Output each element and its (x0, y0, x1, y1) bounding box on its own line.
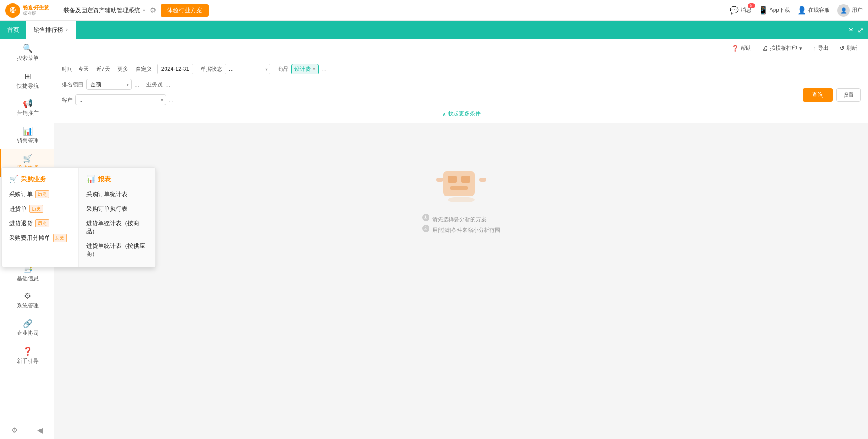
customer-label: 客户 (62, 96, 73, 104)
help-btn[interactable]: ❓ 帮助 (728, 43, 755, 54)
marketing-icon: 📢 (23, 99, 33, 109)
stock-in-stat-supplier-label: 进货单统计表（按供应商） (86, 242, 148, 258)
logo-icon: ⑥ (5, 3, 20, 18)
filter-row-3: 客户 ... ▾ ... (62, 94, 861, 105)
rank-select-wrapper: 金额 ▾ (86, 79, 132, 90)
dropdown-item-stock-in-stat-supplier[interactable]: 进货单统计表（按供应商） (79, 239, 156, 261)
app-download-label: App下载 (770, 6, 790, 14)
goods-label: 商品 (278, 65, 288, 73)
dropdown-item-stock-in[interactable]: 进货单 历史 (2, 202, 78, 216)
report-col-icon: 📊 (86, 175, 95, 183)
filter-row-1: 时间 今天 近7天 更多 自定义 2024-12-31 单据状态 (62, 64, 861, 74)
query-btn[interactable]: 查询 (803, 88, 833, 102)
guide-icon: ❓ (23, 346, 33, 356)
refresh-icon: ↺ (839, 45, 844, 52)
customer-group: 客户 ... ▾ ... (62, 94, 174, 105)
expand-window-icon[interactable]: ⤢ (858, 26, 863, 35)
empty-tip-2: 用[过滤]条件来缩小分析范围 (432, 225, 501, 236)
sidebar-item-purchase[interactable]: 🛒 采购管理 🛒 采购业务 采购订单 历史 进货单 历史 (0, 149, 54, 177)
sidebar-item-quick-nav[interactable]: ⊞ 快捷导航 (0, 67, 54, 94)
collapse-btn[interactable]: ∧ 收起更多条件 (442, 110, 481, 118)
system-title-text: 装备及固定资产辅助管理系统 (63, 6, 140, 15)
time-label: 时间 (62, 65, 73, 73)
online-service-btn[interactable]: 👤 在线客服 (797, 6, 830, 15)
dropdown-item-purchase-order-exec[interactable]: 采购订单执行表 (79, 202, 156, 216)
date-range-value: 2024-12-31 (161, 66, 189, 72)
goods-filter-group: 商品 设计费 × ... (278, 64, 327, 74)
edition-label: 标准版 (23, 10, 49, 16)
refresh-btn[interactable]: ↺ 刷新 (836, 43, 861, 54)
date-range-input[interactable]: 2024-12-31 (157, 64, 193, 74)
export-btn[interactable]: ↑ 导出 (809, 43, 833, 54)
report-col: 📊 报表 采购订单统计表 采购订单执行表 进货单统计表（按商品） 进货单统计表（… (79, 168, 156, 267)
sidebar-item-marketing[interactable]: 📢 营销推广 (0, 94, 54, 122)
customer-select[interactable]: ... (75, 94, 166, 105)
tab-bar-actions: × ⤢ (849, 26, 868, 35)
dropdown-item-purchase-order-stat[interactable]: 采购订单统计表 (79, 187, 156, 202)
system-dropdown-arrow[interactable]: ▾ (143, 8, 145, 13)
dropdown-item-stock-in-stat-goods[interactable]: 进货单统计表（按商品） (79, 216, 156, 239)
main-layout: 🔍 搜索菜单 ⊞ 快捷导航 📢 营销推广 📊 销售管理 🛒 采购管理 🛒 采购业… (0, 39, 868, 439)
shortcut-7days[interactable]: 近7天 (93, 64, 113, 74)
rank-label: 排名项目 (62, 81, 83, 89)
gear-icon[interactable]: ⚙ (150, 6, 156, 15)
step-2-num: ② (422, 225, 429, 232)
online-service-label: 在线客服 (808, 6, 830, 14)
toolbar: ❓ 帮助 🖨 按模板打印 ▾ ↑ 导出 ↺ 刷新 (54, 39, 868, 58)
tab-sales-rank[interactable]: 销售排行榜 × (26, 21, 76, 39)
dropdown-item-purchase-order[interactable]: 采购订单 历史 (2, 187, 78, 202)
collapse-row: ∧ 收起更多条件 (62, 110, 861, 118)
shortcut-today[interactable]: 今天 (75, 64, 92, 74)
report-col-header: 📊 报表 (79, 173, 156, 187)
help-label: 帮助 (741, 44, 751, 52)
svg-rect-2 (461, 176, 470, 183)
filter-panel: 时间 今天 近7天 更多 自定义 2024-12-31 单据状态 (54, 58, 868, 123)
user-menu[interactable]: 👤 用户 (837, 4, 863, 17)
header-right: 💬 消息 5 📱 App下载 👤 在线客服 👤 用户 (730, 4, 863, 17)
industry-btn[interactable]: 体验行业方案 (161, 4, 209, 17)
purchase-order-exec-label: 采购订单执行表 (86, 205, 127, 213)
shortcut-more[interactable]: 更多 (115, 64, 131, 74)
tab-home[interactable]: 首页 (0, 21, 26, 39)
goods-dots[interactable]: ... (322, 66, 327, 73)
tab-bar: 首页 销售排行榜 × × ⤢ (0, 21, 868, 39)
print-btn[interactable]: 🖨 按模板打印 ▾ (759, 43, 806, 54)
sidebar-item-search[interactable]: 🔍 搜索菜单 (0, 39, 54, 67)
sidebar-item-sales[interactable]: 📊 销售管理 (0, 122, 54, 149)
brand-name: 畅通·好生意 (23, 4, 49, 10)
sidebar-item-guide[interactable]: ❓ 新手引导 (0, 342, 54, 370)
print-dropdown-arrow[interactable]: ▾ (799, 45, 802, 52)
system-title: 装备及固定资产辅助管理系统 ▾ ⚙ (63, 6, 156, 15)
collapse-arrow-icon: ∧ (442, 111, 446, 117)
rank-select[interactable]: 金额 (86, 79, 132, 90)
headset-icon: 👤 (797, 6, 806, 15)
close-tab-icon[interactable]: × (66, 27, 69, 33)
user-label: 用户 (852, 6, 863, 14)
shortcut-custom[interactable]: 自定义 (133, 64, 155, 74)
doc-status-select[interactable]: ... (225, 64, 270, 74)
salesperson-group: 业务员 ... (146, 81, 171, 89)
sidebar-item-enterprise[interactable]: 🔗 企业协同 (0, 314, 54, 342)
sidebar-item-system[interactable]: ⚙ 系统管理 (0, 286, 54, 314)
app-download-btn[interactable]: 📱 App下载 (759, 6, 790, 15)
phone-icon: 📱 (759, 6, 768, 15)
message-btn[interactable]: 💬 消息 5 (730, 6, 751, 15)
purchase-order-stat-label: 采购订单统计表 (86, 190, 127, 198)
purchase-icon: 🛒 (23, 153, 33, 163)
empty-step-2: ② 用[过滤]条件来缩小分析范围 (422, 225, 501, 236)
rank-dots[interactable]: ... (134, 81, 139, 88)
settings-btn[interactable]: 设置 (836, 88, 861, 102)
step-1-num: ① (422, 214, 429, 221)
close-window-icon[interactable]: × (849, 26, 853, 34)
dropdown-item-purchase-expense[interactable]: 采购费用分摊单 历史 (2, 231, 78, 245)
collapse-sidebar-icon[interactable]: ◀ (37, 426, 43, 434)
refresh-label: 刷新 (846, 44, 857, 52)
salesperson-dots[interactable]: ... (166, 81, 171, 88)
empty-text: ① 请先选择要分析的方案 ② 用[过滤]条件来缩小分析范围 (422, 214, 501, 236)
goods-tag-remove[interactable]: × (312, 66, 316, 72)
customer-dots[interactable]: ... (169, 97, 174, 104)
empty-state: ① 请先选择要分析的方案 ② 用[过滤]条件来缩小分析范围 (54, 123, 868, 272)
dropdown-item-stock-return[interactable]: 进货退货 历史 (2, 216, 78, 231)
time-filter-group: 时间 今天 近7天 更多 自定义 2024-12-31 (62, 64, 193, 74)
settings-bottom-icon[interactable]: ⚙ (11, 426, 18, 434)
